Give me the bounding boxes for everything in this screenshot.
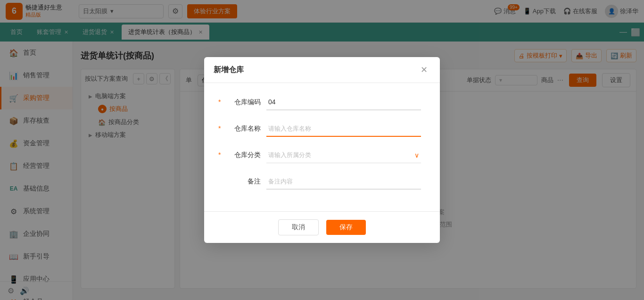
category-select[interactable]: 请输入所属分类 ∨ bbox=[266, 147, 421, 163]
modal-title: 新增仓库 bbox=[214, 65, 244, 75]
modal-close-button[interactable]: ✕ bbox=[418, 65, 430, 75]
note-label: 备注 bbox=[223, 177, 261, 186]
cancel-button[interactable]: 取消 bbox=[278, 219, 319, 235]
form-row-name: 仓库名称 bbox=[223, 121, 421, 137]
form-row-note: 备注 bbox=[223, 174, 421, 190]
modal-body: 仓库编码 仓库名称 仓库分类 请输入所属分类 ∨ 备注 bbox=[204, 83, 440, 211]
modal-footer: 取消 保存 bbox=[204, 211, 440, 243]
category-label: 仓库分类 bbox=[223, 151, 261, 159]
name-input[interactable] bbox=[266, 121, 421, 137]
modal-dialog: 新增仓库 ✕ 仓库编码 仓库名称 仓库分类 请输入所属分类 ∨ bbox=[204, 57, 440, 243]
modal-overlay: 新增仓库 ✕ 仓库编码 仓库名称 仓库分类 请输入所属分类 ∨ bbox=[0, 0, 644, 300]
name-label: 仓库名称 bbox=[223, 125, 261, 133]
save-button[interactable]: 保存 bbox=[326, 220, 366, 235]
category-arrow-icon: ∨ bbox=[414, 151, 419, 159]
note-input[interactable] bbox=[266, 174, 421, 190]
code-input[interactable] bbox=[266, 94, 421, 110]
modal-header: 新增仓库 ✕ bbox=[204, 57, 440, 83]
form-row-category: 仓库分类 请输入所属分类 ∨ bbox=[223, 147, 421, 163]
form-row-code: 仓库编码 bbox=[223, 94, 421, 110]
category-placeholder: 请输入所属分类 bbox=[268, 151, 311, 159]
code-label: 仓库编码 bbox=[223, 98, 261, 107]
